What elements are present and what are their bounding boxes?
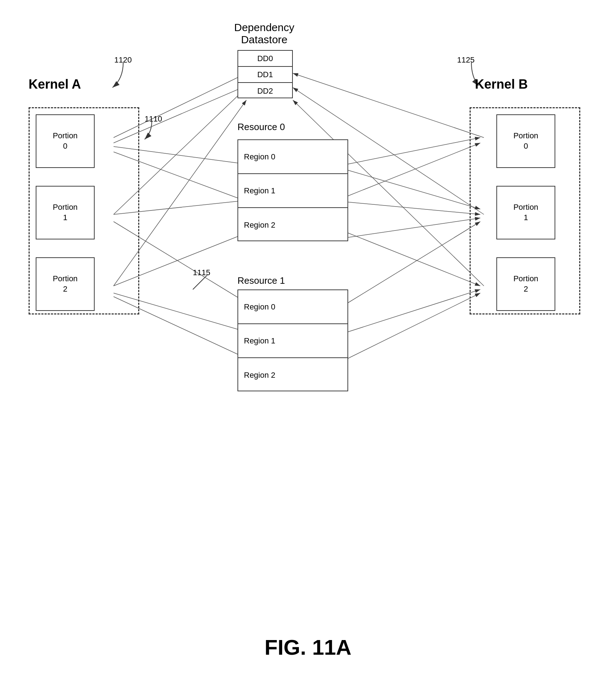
svg-line-19 — [346, 170, 480, 209]
kernel-a-portion-2: Portion2 — [36, 257, 95, 311]
kernel-a-portion-0: Portion0 — [36, 114, 95, 168]
kernel-b-portion-0: Portion0 — [496, 114, 555, 168]
resource0-region2: Region 2 — [238, 208, 347, 242]
ref-1120: 1120 — [114, 55, 132, 65]
ref-1115: 1115 — [193, 268, 210, 277]
dd-row-2: DD2 — [238, 83, 292, 99]
svg-line-21 — [346, 218, 480, 238]
svg-line-20 — [346, 143, 480, 197]
svg-line-18 — [346, 232, 480, 286]
svg-line-16 — [346, 138, 480, 164]
resource0-region0: Region 0 — [238, 140, 347, 174]
dd-row-0: DD0 — [238, 51, 292, 67]
ref-1125: 1125 — [457, 55, 475, 65]
resource1-region0: Region 0 — [238, 290, 347, 324]
kernel-b-label: Kernel B — [475, 77, 528, 92]
dd-row-1: DD1 — [238, 67, 292, 83]
figure-label: FIG. 11A — [265, 635, 351, 660]
svg-line-24 — [346, 293, 480, 359]
kernel-a-portion-1: Portion1 — [36, 186, 95, 239]
kernel-b-portion-1: Portion1 — [496, 186, 555, 239]
dep-datastore-title: Dependency Datastore — [225, 21, 304, 46]
resource1-container: Region 0 Region 1 Region 2 — [237, 289, 348, 391]
resource0-container: Region 0 Region 1 Region 2 — [237, 139, 348, 241]
kernel-b-portion-2: Portion2 — [496, 257, 555, 311]
diagram: Dependency Datastore DD0 DD1 DD2 Kernel … — [18, 11, 596, 600]
resource0-region1: Region 1 — [238, 174, 347, 208]
resource1-region1: Region 1 — [238, 324, 347, 358]
resource0-label: Resource 0 — [237, 122, 285, 133]
svg-line-6 — [293, 73, 484, 138]
svg-line-23 — [346, 289, 480, 332]
resource1-region2: Region 2 — [238, 358, 347, 392]
kernel-a-label: Kernel A — [29, 77, 81, 92]
svg-line-22 — [346, 222, 480, 304]
svg-line-17 — [346, 202, 480, 214]
resource1-label: Resource 1 — [237, 275, 285, 286]
dd-container: DD0 DD1 DD2 — [237, 50, 293, 98]
ref-1110: 1110 — [145, 114, 162, 124]
